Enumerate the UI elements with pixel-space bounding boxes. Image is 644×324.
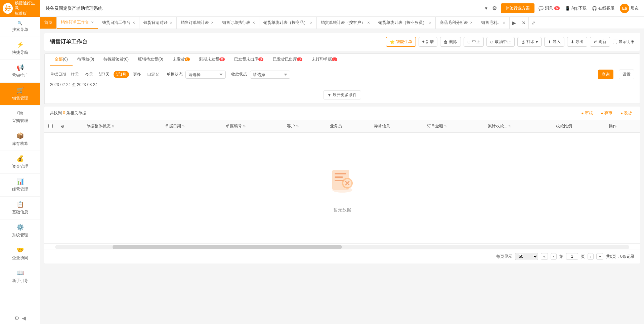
th-cumulative[interactable]: 累计收款... ⇅	[484, 120, 552, 133]
sidebar-item-quicknav[interactable]: ⚡ 快捷导航	[0, 37, 40, 60]
tab-fullscreen-btn[interactable]: ⤢	[529, 17, 538, 29]
sidebar-item-basic[interactable]: 📋 基础信息	[0, 197, 40, 219]
filter-tab-pending-inspect[interactable]: 待拣货验货(0)	[99, 54, 133, 66]
date-option-today[interactable]: 今天	[83, 71, 95, 78]
delete-button[interactable]: 🗑 删除	[440, 37, 461, 47]
sidebar-item-operation[interactable]: 📊 经营管理	[0, 174, 40, 197]
tab-summary-staff[interactable]: 销货单统计表（按业务员） ✕	[374, 17, 436, 29]
review-action-btn[interactable]: ● 审核	[578, 109, 595, 117]
tab-sales-exec[interactable]: 销售订单执行表 ✕	[218, 17, 259, 29]
sidebar-item-finance[interactable]: 💰 资金管理	[0, 151, 40, 174]
sidebar-item-purchase[interactable]: 🛍 采购管理	[0, 106, 40, 128]
show-detail-toggle[interactable]: 显示明细	[613, 39, 635, 45]
topbar-settings-icon[interactable]: ⚙	[492, 5, 497, 11]
tab-close-icon[interactable]: ✕	[170, 21, 172, 25]
th-status[interactable]: 单据整体状态 ⇅	[82, 120, 161, 133]
tab-close-icon[interactable]: ✕	[503, 21, 505, 25]
next-page-btn[interactable]: ›	[588, 253, 594, 260]
tab-close-icon[interactable]: ✕	[91, 21, 94, 24]
sidebar-item-sales[interactable]: 🛒 销售管理	[0, 83, 40, 106]
per-page-select[interactable]: 50 100 200	[515, 253, 538, 260]
filter-tab-pending-review[interactable]: 待审核(0)	[73, 54, 99, 66]
tab-sales-order[interactable]: 销售订单工作台 ✕	[57, 17, 98, 29]
print-button[interactable]: 🖨 打印 ▾	[517, 37, 542, 47]
solution-button[interactable]: 体验行业方案	[501, 3, 534, 13]
sidebar-item-guide[interactable]: 📖 新手引导	[0, 265, 40, 288]
tab-close-icon[interactable]: ✕	[310, 21, 312, 25]
tab-home[interactable]: 首页	[40, 17, 57, 29]
date-option-custom[interactable]: 自定义	[145, 71, 161, 78]
date-option-yesterday[interactable]: 昨天	[69, 71, 81, 78]
import-button[interactable]: ⬆ 导入	[544, 37, 564, 47]
system-dropdown[interactable]: ▼	[484, 6, 488, 11]
scrollbar-thumb[interactable]	[113, 245, 342, 249]
prev-page-btn[interactable]: ‹	[551, 253, 557, 260]
online-service-btn[interactable]: 🎧 在线客服	[592, 5, 614, 11]
tab-cash-reconcile[interactable]: 钱货日清对账 ✕	[139, 17, 177, 29]
tab-more-btn[interactable]: ▶	[510, 17, 519, 29]
filter-tab-unprinted[interactable]: 未打印单据0	[307, 54, 342, 66]
th-date[interactable]: 单据日期 ⇅	[161, 120, 222, 133]
filter-tab-shipped-out[interactable]: 已发货已出库0	[268, 54, 307, 66]
tab-gross[interactable]: 商品毛利分析表 ✕	[436, 17, 477, 29]
filter-tab-expired[interactable]: 到期未发货0	[195, 54, 229, 66]
payment-select[interactable]: 请选择	[250, 71, 290, 79]
tab-close-all-btn[interactable]: ✕	[519, 17, 529, 29]
th-date-sort[interactable]: 单据日期 ⇅	[165, 123, 218, 129]
select-all-checkbox[interactable]	[48, 124, 53, 128]
th-cumulative-sort[interactable]: 累计收款... ⇅	[488, 123, 548, 129]
expand-conditions-button[interactable]: ▼ 展开更多条件	[323, 90, 361, 99]
message-btn[interactable]: 💬 消息 6	[539, 5, 560, 11]
tab-close-icon[interactable]: ✕	[429, 21, 431, 25]
settings-button[interactable]: 设置	[619, 70, 634, 79]
th-status-sort[interactable]: 单据整体状态 ⇅	[86, 123, 157, 129]
th-amount-sort[interactable]: 订单金额 ⇅	[427, 123, 480, 129]
tab-close-icon[interactable]: ✕	[132, 21, 135, 25]
app-download-btn[interactable]: 📱 App下载	[565, 5, 587, 11]
horizontal-scrollbar[interactable]	[55, 245, 629, 249]
cancel-stop-button[interactable]: ⊙ 取消中止	[486, 37, 515, 47]
th-number[interactable]: 单据编号 ⇅	[222, 120, 283, 133]
th-number-sort[interactable]: 单据编号 ⇅	[226, 123, 278, 129]
query-button[interactable]: 查询	[598, 70, 613, 79]
refresh-button[interactable]: ↺ 刷新	[590, 37, 610, 47]
export-button[interactable]: ⬇ 导出	[567, 37, 587, 47]
smart-order-button[interactable]: ⭐ 智能生单	[386, 37, 416, 47]
tab-sales-detail[interactable]: 销售毛利... ✕	[477, 17, 510, 29]
sidebar-item-system[interactable]: ⚙️ 系统管理	[0, 219, 40, 242]
sidebar-item-coop[interactable]: 🤝 企业协同	[0, 242, 40, 265]
new-button[interactable]: + 新增	[419, 37, 437, 47]
filter-tab-wangpu[interactable]: 旺铺待发货(0)	[133, 54, 168, 66]
page-input[interactable]	[566, 253, 578, 260]
filter-tab-unshipped[interactable]: 未发货0	[168, 54, 195, 66]
date-option-more[interactable]: 更多	[131, 71, 143, 78]
status-select[interactable]: 请选择	[185, 71, 226, 79]
th-settings-icon[interactable]: ⚙	[61, 124, 65, 129]
user-menu[interactable]: Ea 用友	[620, 4, 639, 13]
tab-sales-stats[interactable]: 销售订单统计表 ✕	[177, 17, 218, 29]
tab-close-icon[interactable]: ✕	[252, 21, 255, 25]
show-detail-checkbox[interactable]	[613, 40, 617, 44]
date-option-1month[interactable]: 近1月	[114, 71, 129, 78]
sidebar-item-inventory[interactable]: 📦 库存核算	[0, 128, 40, 151]
sidebar-item-promo[interactable]: 📢 营销推广	[0, 60, 40, 83]
tab-summary-customer[interactable]: 销货单统计表（按客户） ✕	[317, 17, 374, 29]
tab-cash-daily[interactable]: 钱货日清工作台 ✕	[98, 17, 139, 29]
ship-action-btn[interactable]: ● 发货	[618, 109, 635, 117]
filter-tab-shipped-not-out[interactable]: 已发货未出库0	[229, 54, 268, 66]
first-page-btn[interactable]: «	[541, 253, 548, 260]
th-customer-sort[interactable]: 客户 ⇅	[287, 123, 322, 129]
collapse-btn[interactable]: ◀	[22, 315, 26, 321]
tab-summary-product[interactable]: 销货单统计表（按商品） ✕	[259, 17, 317, 29]
last-page-btn[interactable]: »	[596, 253, 603, 260]
stop-button[interactable]: ⊙ 中止	[464, 37, 484, 47]
tab-close-icon[interactable]: ✕	[211, 21, 214, 25]
tab-close-icon[interactable]: ✕	[470, 21, 473, 25]
filter-tab-all[interactable]: 全部(0)	[50, 54, 73, 66]
tab-close-icon[interactable]: ✕	[367, 21, 370, 25]
date-option-7days[interactable]: 近7天	[97, 71, 112, 78]
th-amount[interactable]: 订单金额 ⇅	[423, 120, 484, 133]
settings-footer-btn[interactable]: ⚙	[14, 315, 19, 321]
cancel-review-action-btn[interactable]: ● 弃审	[598, 109, 615, 117]
sidebar-search[interactable]: 🔍 搜索菜单	[0, 17, 40, 37]
